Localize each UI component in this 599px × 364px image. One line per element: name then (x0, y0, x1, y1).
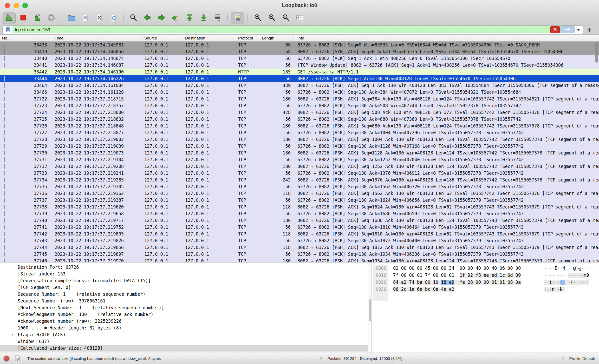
hex-ascii-segment[interactable]: ·· (560, 280, 565, 285)
hex-byte-segment[interactable]: 7f 00 00 01 7f 00 00 01 (393, 273, 454, 278)
column-header-time[interactable]: Time (48, 35, 142, 41)
packet-row[interactable]: │377292023-10-22 19:17:37.219039127.0.0.… (0, 143, 599, 150)
status-profile[interactable]: Profile: Default (569, 356, 595, 361)
detail-line[interactable]: [Calculated window size: 408128] (0, 345, 368, 352)
packet-row[interactable]: │377422023-10-22 19:17:37.219803127.0.0.… (0, 231, 599, 237)
hex-bytes[interactable]: 02 00 00 00 45 00 00 34 00 00 40 00 40 0… (393, 265, 544, 272)
detail-line[interactable]: [Conversation completeness: Incomplete, … (0, 277, 368, 284)
filter-history-chevron[interactable] (575, 26, 582, 33)
packet-row[interactable]: │377312023-10-22 19:17:37.219104127.0.0.… (0, 156, 599, 163)
hex-ascii[interactable]: ········ ······m9 (544, 272, 589, 279)
detail-line[interactable]: Sequence Number: 1 (relative sequence nu… (0, 291, 368, 298)
hex-byte-segment[interactable] (454, 280, 459, 285)
capture-options-button[interactable] (45, 12, 58, 24)
hex-ascii-segment[interactable]: ······m9 (568, 273, 589, 278)
go-first-button[interactable] (183, 12, 196, 24)
zoom-out-button[interactable] (265, 12, 278, 24)
packet-row[interactable]: │334642023-10-22 19:17:34.161084127.0.0.… (0, 82, 599, 89)
hex-ascii-segment[interactable]: ····E··4 (544, 266, 565, 271)
zoom-reset-button[interactable] (279, 12, 292, 24)
packet-row[interactable]: │377262023-10-22 19:17:37.218848127.0.0.… (0, 123, 599, 129)
detail-line[interactable]: Destination Port: 63726 (0, 264, 368, 271)
colorize-button[interactable] (231, 12, 244, 24)
find-packet-button[interactable] (127, 12, 140, 24)
hex-row[interactable]: 00107f 00 00 01 7f 00 00 01 1f 92 f8 ee … (372, 272, 599, 279)
detail-line[interactable]: Sequence Number (raw): 3978063161 (0, 298, 368, 304)
go-last-button[interactable] (197, 12, 210, 24)
hex-ascii-segment[interactable] (565, 266, 568, 271)
packet-row[interactable]: │377272023-10-22 19:17:37.218877127.0.0.… (0, 129, 599, 136)
column-header-no[interactable]: No. (0, 35, 48, 41)
detail-pane-scrollbar[interactable] (368, 263, 372, 353)
save-file-button[interactable] (79, 12, 92, 24)
column-header-length[interactable]: Length (260, 35, 293, 41)
hex-ascii-segment[interactable]: ·(······ (568, 280, 589, 285)
column-header-destination[interactable]: Destination (183, 35, 236, 41)
packet-row[interactable]: ┌334382023-10-22 19:17:34.145933127.0.0.… (0, 42, 599, 48)
hex-byte-segment[interactable]: 84 a2 74 ba 80 10 (393, 280, 441, 285)
filter-clear-button[interactable] (550, 26, 560, 33)
auto-scroll-button[interactable] (211, 12, 224, 24)
packet-row[interactable]: │377392023-10-22 19:17:37.219658127.0.0.… (0, 210, 599, 217)
packet-row[interactable]: │377252023-10-22 19:17:37.218832127.0.0.… (0, 116, 599, 123)
hex-row[interactable]: 002084 a2 74 ba 80 10 18 e9 fe 28 00 00 … (372, 279, 599, 286)
detail-line[interactable]: [Next Sequence Number: 1 (relative seque… (0, 304, 368, 311)
hex-ascii-segment[interactable]: ··t··· (544, 280, 560, 285)
stop-capture-button[interactable] (17, 12, 30, 24)
detail-line[interactable]: [TCP Segment Len: 0] (0, 284, 368, 291)
display-filter-input[interactable]: tcp.stream eq 153 (12, 27, 550, 32)
column-header-protocol[interactable]: Protocol (236, 35, 260, 41)
display-filter-field[interactable]: tcp.stream eq 153 (3, 26, 583, 34)
packet-list-scrollbar[interactable] (595, 42, 598, 63)
hex-byte-segment[interactable]: 06 2c 1e 6e bc 0e 4e e2 (393, 287, 454, 292)
hex-ascii[interactable]: ····E··4 ··@·@··· (544, 265, 589, 272)
packet-row[interactable]: │377282023-10-22 19:17:37.219002127.0.0.… (0, 136, 599, 143)
go-back-button[interactable] (141, 12, 154, 24)
detail-line[interactable]: Window: 6377 (0, 338, 368, 345)
hex-ascii-segment[interactable] (565, 280, 568, 285)
packet-row[interactable]: │377442023-10-22 19:17:37.219856127.0.0.… (0, 244, 599, 251)
hex-byte-segment[interactable]: 1f 92 f8 ee ed 1c 6d 39 (460, 273, 521, 278)
hex-byte-segment[interactable] (454, 273, 459, 278)
detail-line[interactable]: 1000 .... = Header Length: 32 bytes (8) (0, 325, 368, 331)
hex-ascii-segment[interactable]: ········ (544, 273, 565, 278)
hex-byte-segment[interactable]: 18 e9 (441, 280, 454, 285)
hex-bytes[interactable]: 84 a2 74 ba 80 10 18 e9 fe 28 00 00 01 0… (393, 279, 544, 286)
filter-add-button[interactable]: + (587, 26, 592, 34)
zoom-in-button[interactable] (251, 12, 264, 24)
packet-row[interactable]: │377362023-10-22 19:17:37.219362127.0.0.… (0, 190, 599, 197)
expand-arrow-icon[interactable]: › (11, 331, 14, 338)
packet-row[interactable]: │334412023-10-22 19:17:34.146087127.0.0.… (0, 62, 599, 69)
hex-bytes[interactable]: 7f 00 00 01 7f 00 00 01 1f 92 f8 ee ed 1… (393, 272, 544, 279)
filter-bookmark-button[interactable] (3, 26, 12, 33)
packet-row[interactable]: │334392023-10-22 19:17:34.146056127.0.0.… (0, 48, 599, 55)
packet-row[interactable]: ✓334422023-10-22 19:17:34.146190127.0.0.… (0, 69, 599, 75)
column-header-source[interactable]: Source (142, 35, 183, 41)
packet-row[interactable]: │377242023-10-22 19:17:37.218800127.0.0.… (0, 109, 599, 116)
hex-ascii-segment[interactable]: ·,·n··N· (544, 287, 565, 292)
hex-ascii-segment[interactable] (565, 273, 568, 278)
filter-apply-button[interactable] (561, 26, 575, 33)
packet-row[interactable]: │377302023-10-22 19:17:37.219073127.0.0.… (0, 150, 599, 156)
start-capture-button[interactable] (3, 12, 16, 24)
packet-row[interactable]: │334442023-10-22 19:17:34.146226127.0.0.… (0, 75, 599, 82)
hex-byte-segment[interactable]: 00 00 40 00 40 06 00 00 (460, 266, 521, 271)
scrollbar-thumb[interactable] (369, 299, 371, 321)
packet-row[interactable]: │377372023-10-22 19:17:37.219387127.0.0.… (0, 197, 599, 204)
detail-line[interactable]: [Stream index: 153] (0, 271, 368, 277)
go-forward-button[interactable] (155, 12, 168, 24)
packet-row[interactable]: │334402023-10-22 19:17:34.146074127.0.0.… (0, 55, 599, 62)
packet-row[interactable]: │377412023-10-22 19:17:37.219752127.0.0.… (0, 224, 599, 231)
packet-row[interactable]: │377232023-10-22 19:17:37.218757127.0.0.… (0, 102, 599, 109)
packet-row[interactable]: │377332023-10-22 19:17:37.219241127.0.0.… (0, 170, 599, 177)
hex-ascii-segment[interactable]: ··@·@··· (568, 266, 589, 271)
hex-byte-segment[interactable] (454, 266, 459, 271)
packet-row[interactable]: │377222023-10-22 19:17:37.218715127.0.0.… (0, 96, 599, 102)
expert-info-icon[interactable] (3, 355, 10, 362)
capture-comment-icon[interactable] (15, 355, 20, 361)
detail-line[interactable]: ›Flags: 0x010 (ACK) (0, 331, 368, 338)
packet-row[interactable]: │377452023-10-22 19:17:37.219897127.0.0.… (0, 251, 599, 258)
packet-row[interactable]: │377402023-10-22 19:17:37.219717127.0.0.… (0, 217, 599, 224)
hex-byte-segment[interactable]: fe 28 00 00 01 01 08 0a (460, 280, 521, 285)
restart-capture-button[interactable] (31, 12, 44, 24)
